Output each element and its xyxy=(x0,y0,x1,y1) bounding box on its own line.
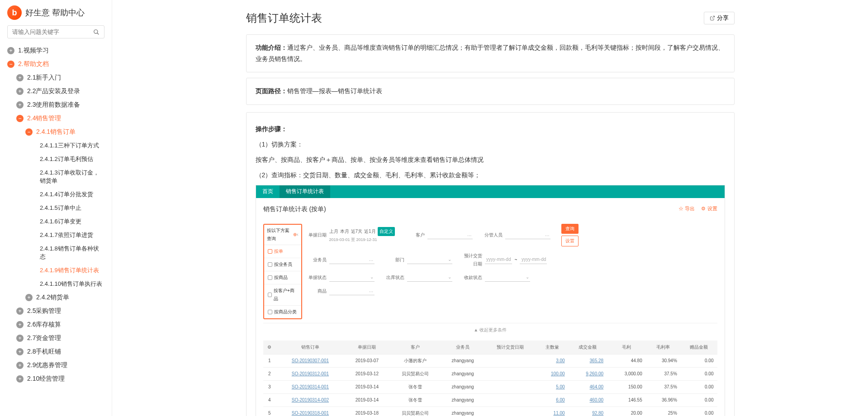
date-tag[interactable]: 近1月 xyxy=(364,227,376,236)
nav-26[interactable]: +2.6库存核算 xyxy=(4,318,108,331)
nav-2411[interactable]: 2.4.1.1三种下订单方式 xyxy=(4,139,108,152)
collapse-bar[interactable]: ▲ 收起更多条件 xyxy=(263,323,717,337)
shot-tab-home[interactable]: 首页 xyxy=(256,185,280,198)
date-tag[interactable]: 本月 xyxy=(340,227,349,236)
table-cell[interactable]: 9,260.00 xyxy=(569,367,607,380)
nav-help[interactable]: −2.帮助文档 xyxy=(4,57,108,71)
nav-24[interactable]: −2.4销售管理 xyxy=(4,112,108,125)
filter-input[interactable]: ⌄ xyxy=(329,274,375,282)
date-tag[interactable]: 近7天 xyxy=(351,227,363,236)
table-cell[interactable]: SO-20190314-001 xyxy=(276,380,345,393)
expand-icon[interactable]: + xyxy=(16,348,24,355)
set-button[interactable]: 设置 xyxy=(561,236,579,246)
query-button[interactable]: 查询 xyxy=(561,224,579,234)
search-box[interactable] xyxy=(7,25,104,38)
add-icon[interactable]: ⊕ xyxy=(293,231,297,239)
nav-2414[interactable]: 2.4.1.4订单分批发货 xyxy=(4,188,108,201)
filter-input[interactable]: … xyxy=(329,256,375,264)
more-icon[interactable]: ‹ xyxy=(297,231,298,239)
expand-icon[interactable]: + xyxy=(16,321,24,328)
table-cell[interactable]: SO-20190314-002 xyxy=(276,393,345,407)
scheme-item[interactable]: 按商品 xyxy=(264,271,301,284)
filter-input[interactable]: ⌄ xyxy=(407,256,452,264)
table-cell: 张冬雪 xyxy=(389,393,441,407)
scheme-item[interactable]: 按业务员 xyxy=(264,258,301,271)
expand-icon[interactable]: + xyxy=(7,47,14,54)
table-cell: 20.00 xyxy=(607,407,646,416)
expand-icon[interactable]: + xyxy=(16,335,24,342)
nav-2418[interactable]: 2.4.1.8销售订单各种状态 xyxy=(4,242,108,264)
table-cell[interactable]: 92.80 xyxy=(569,407,607,416)
collapse-icon[interactable]: − xyxy=(7,61,14,68)
scheme-item[interactable]: 按商品分类 xyxy=(264,306,301,318)
date-input[interactable]: yyyy-mm-dd xyxy=(520,256,547,264)
expand-icon[interactable]: + xyxy=(16,375,24,383)
nav-25[interactable]: +2.5采购管理 xyxy=(4,304,108,318)
expand-icon[interactable]: + xyxy=(16,101,24,109)
scheme-item[interactable]: 按客户+商品 xyxy=(264,284,301,306)
nav-2416[interactable]: 2.4.1.6订单变更 xyxy=(4,215,108,228)
search-input[interactable] xyxy=(12,28,93,35)
export-button[interactable]: ☆ 导出 xyxy=(678,204,695,213)
collapse-icon[interactable]: − xyxy=(25,128,33,136)
nav-210[interactable]: +2.10经营管理 xyxy=(4,372,108,386)
table-cell[interactable]: 3.00 xyxy=(536,354,569,367)
nav-29[interactable]: +2.9优惠券管理 xyxy=(4,359,108,372)
table-row[interactable]: 4SO-20190314-0022019-03-14张冬雪zhangyang6.… xyxy=(263,393,717,407)
table-cell[interactable]: SO-20190312-001 xyxy=(276,367,345,380)
nav-21[interactable]: +2.1新手入门 xyxy=(4,71,108,85)
search-icon[interactable] xyxy=(93,29,100,35)
expand-icon[interactable]: + xyxy=(16,307,24,315)
filter-input[interactable]: … xyxy=(329,287,375,295)
scheme-item[interactable]: 按单 xyxy=(264,245,301,258)
nav-22[interactable]: +2.2产品安装及登录 xyxy=(4,85,108,98)
table-cell[interactable]: 5.00 xyxy=(536,380,569,393)
setting-button[interactable]: ⚙ 设置 xyxy=(701,204,717,213)
table-cell[interactable]: 365.28 xyxy=(569,354,607,367)
expand-icon[interactable]: + xyxy=(16,88,24,95)
table-cell: 150.00 xyxy=(607,380,646,393)
expand-icon[interactable]: + xyxy=(16,362,24,369)
share-button[interactable]: 分享 xyxy=(704,12,735,24)
date-input[interactable]: yyyy-mm-dd xyxy=(485,256,512,264)
table-cell[interactable]: SO-20190307-001 xyxy=(276,354,345,367)
filter-input[interactable]: … xyxy=(427,231,473,239)
nav-label: 2.4.1.5订单中止 xyxy=(40,204,81,212)
table-row[interactable]: 3SO-20190314-0012019-03-14张冬雪zhangyang5.… xyxy=(263,380,717,393)
table-cell[interactable]: 100.00 xyxy=(536,367,569,380)
nav-28[interactable]: +2.8手机旺铺 xyxy=(4,345,108,359)
expand-icon[interactable]: + xyxy=(25,294,33,301)
date-tag-active[interactable]: 自定义 xyxy=(378,227,395,236)
nav-video[interactable]: +1.视频学习 xyxy=(4,44,108,57)
nav-27[interactable]: +2.7资金管理 xyxy=(4,331,108,345)
nav-label: 2.4.1销售订单 xyxy=(36,128,76,136)
table-row[interactable]: 5SO-20190318-0012019-03-18贝贝贸易公司zhangyan… xyxy=(263,407,717,416)
table-header: 毛利率 xyxy=(646,340,681,355)
nav-24110[interactable]: 2.4.1.10销售订单执行表 xyxy=(4,277,108,291)
nav-242[interactable]: +2.4.2销货单 xyxy=(4,291,108,304)
table-row[interactable]: 1SO-20190307-0012019-03-07小藩的客户zhangyang… xyxy=(263,354,717,367)
table-cell[interactable]: 6.00 xyxy=(536,393,569,407)
nav-2413[interactable]: 2.4.1.3订单收取订金，销货单 xyxy=(4,166,108,188)
nav-2417[interactable]: 2.4.1.7依照订单进货 xyxy=(4,228,108,242)
shot-tab-active[interactable]: 销售订单统计表 xyxy=(280,185,330,198)
date-tag[interactable]: 上月 xyxy=(329,227,338,236)
nav-23[interactable]: +2.3使用前数据准备 xyxy=(4,98,108,112)
expand-icon[interactable]: + xyxy=(16,74,24,81)
filter-input[interactable]: … xyxy=(505,231,550,239)
filter-input[interactable]: ⌄ xyxy=(485,274,530,282)
nav-2419[interactable]: 2.4.1.9销售订单统计表 xyxy=(4,264,108,277)
nav-2412[interactable]: 2.4.1.2订单毛利预估 xyxy=(4,152,108,166)
table-cell[interactable]: 464.00 xyxy=(569,380,607,393)
nav-2415[interactable]: 2.4.1.5订单中止 xyxy=(4,201,108,215)
collapse-icon[interactable]: − xyxy=(16,115,24,122)
filter-input[interactable]: ⌄ xyxy=(407,274,452,282)
table-cell[interactable]: 460.00 xyxy=(569,393,607,407)
table-cell: 0.00 xyxy=(681,367,717,380)
table-cell[interactable]: SO-20190318-001 xyxy=(276,407,345,416)
table-row[interactable]: 2SO-20190312-0012019-03-12贝贝贸易公司zhangyan… xyxy=(263,367,717,380)
data-table: ⚙销售订单单据日期客户业务员预计交货日期主数量成交金额毛利毛利率赠品金额 1SO… xyxy=(263,340,717,416)
table-cell[interactable]: 11.00 xyxy=(536,407,569,416)
gear-icon[interactable]: ⚙ xyxy=(267,345,271,350)
nav-241[interactable]: −2.4.1销售订单 xyxy=(4,125,108,139)
